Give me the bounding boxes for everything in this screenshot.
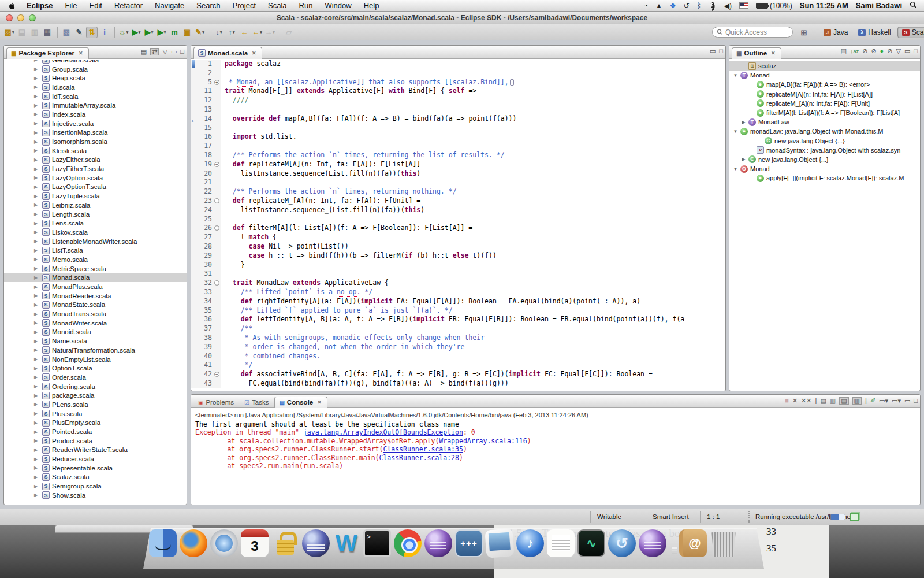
print-button[interactable]: ▦ bbox=[42, 27, 53, 38]
refresh-button[interactable]: ⇅ bbox=[86, 27, 98, 38]
tree-item-Ordering.scala[interactable]: ▶ S Ordering.scala bbox=[4, 382, 187, 391]
dock-calculator-icon[interactable]: +++ bbox=[455, 529, 483, 557]
tree-item-Plus.scala[interactable]: ▶ S Plus.scala bbox=[4, 409, 187, 418]
open-perspective-button[interactable]: ⊞ bbox=[798, 27, 810, 38]
code-line-15[interactable]: 15 bbox=[191, 124, 725, 133]
show-on-stderr-icon[interactable]: ▥ bbox=[830, 398, 836, 404]
disclosure-triangle-icon[interactable]: ▶ bbox=[34, 475, 40, 480]
tree-item-LazyTuple.scala[interactable]: ▶ S LazyTuple.scala bbox=[4, 191, 187, 201]
disclosure-triangle-icon[interactable]: ▶ bbox=[34, 284, 40, 290]
dock-eclipse-icon[interactable] bbox=[302, 529, 330, 557]
code-line-37[interactable]: 37 /** bbox=[191, 324, 725, 334]
folded-region-icon[interactable] bbox=[510, 79, 514, 86]
dock-itunes-icon[interactable]: ♪ bbox=[516, 529, 544, 557]
tree-item-ImmutableArray.scala[interactable]: ▶ S ImmutableArray.scala bbox=[4, 101, 187, 110]
menu-item-search[interactable]: Search bbox=[196, 1, 220, 10]
menu-bar-user[interactable]: Sami Badawi bbox=[856, 1, 902, 10]
disclosure-triangle-icon[interactable]: ▶ bbox=[34, 447, 40, 453]
code-line-2[interactable]: 2 bbox=[191, 69, 725, 78]
disclosure-triangle-icon[interactable]: ▶ bbox=[34, 60, 40, 62]
code-line-12[interactable]: 12 //// bbox=[191, 96, 725, 105]
outline-item[interactable]: ▶ Cnew java.lang.Object {...} bbox=[729, 155, 920, 164]
tree-item-Representable.scala[interactable]: ▶ S Representable.scala bbox=[4, 464, 187, 473]
display-console-icon[interactable]: ▭▾ bbox=[879, 398, 888, 404]
disclosure-triangle-icon[interactable]: ▶ bbox=[741, 120, 746, 125]
disclosure-triangle-icon[interactable]: ▶ bbox=[34, 411, 40, 416]
tree-item-Injective.scala[interactable]: ▶ S Injective.scala bbox=[4, 119, 187, 128]
disclosure-triangle-icon[interactable]: ▶ bbox=[34, 194, 40, 199]
maximize-icon[interactable]: □ bbox=[914, 398, 918, 404]
disclosure-triangle-icon[interactable]: ▶ bbox=[34, 275, 40, 280]
code-line-35[interactable]: 35 /** Lifted `f` applied to pure `a` is… bbox=[191, 306, 725, 316]
menu-item-navigate[interactable]: Navigate bbox=[155, 1, 184, 10]
collapse-all-icon[interactable]: ▤ bbox=[841, 48, 847, 54]
code-line-28[interactable]: 28 case Nil => point(List()) bbox=[191, 242, 725, 251]
disclosure-triangle-icon[interactable]: ▶ bbox=[34, 239, 40, 244]
mark-occurrences-button[interactable]: ✎ bbox=[73, 27, 85, 38]
disclosure-triangle-icon[interactable]: ▶ bbox=[34, 457, 40, 462]
code-line-32[interactable]: 32 − trait MonadLaw extends ApplicativeL… bbox=[191, 279, 725, 288]
close-icon[interactable]: ✕ bbox=[771, 50, 776, 56]
outline-item[interactable]: ●apply[F[_]](implicit F: scalaz.Monad[F]… bbox=[729, 173, 920, 183]
tab-tasks[interactable]: ☑ Tasks bbox=[240, 397, 274, 408]
collapse-all-icon[interactable]: ▤ bbox=[141, 49, 147, 55]
code-line-17[interactable]: 17 bbox=[191, 142, 725, 151]
tree-item-MonadState.scala[interactable]: ▶ S MonadState.scala bbox=[4, 301, 187, 310]
disclosure-triangle-icon[interactable]: ▶ bbox=[34, 130, 40, 135]
apple-icon[interactable] bbox=[8, 2, 16, 10]
tree-item-MetricSpace.scala[interactable]: ▶ S MetricSpace.scala bbox=[4, 264, 187, 273]
volume-icon[interactable]: ◀) bbox=[724, 2, 732, 9]
code-editor[interactable]: 1 package scalaz 2 5 + * Monad, an [[sca… bbox=[191, 60, 725, 391]
fold-collapse-icon[interactable]: − bbox=[214, 198, 219, 203]
code-line-19[interactable]: 19 − def replicateM[A](n: Int, fa: F[A])… bbox=[191, 160, 725, 169]
tree-item-MonadTrans.scala[interactable]: ▶ S MonadTrans.scala bbox=[4, 309, 187, 318]
disclosure-triangle-icon[interactable]: ▶ bbox=[34, 366, 40, 371]
disclosure-triangle-icon[interactable]: ▶ bbox=[34, 320, 40, 325]
disclosure-triangle-icon[interactable]: ▶ bbox=[34, 166, 40, 172]
run-button[interactable]: ▶▾ bbox=[131, 27, 142, 38]
menu-item-refactor[interactable]: Refactor bbox=[114, 1, 143, 10]
spotlight-icon[interactable] bbox=[910, 1, 917, 10]
outline-item[interactable]: Cnew java.lang.Object {...} bbox=[729, 136, 920, 146]
disclosure-triangle-icon[interactable]: ▶ bbox=[34, 84, 40, 90]
dropbox-icon[interactable]: ❖ bbox=[670, 2, 676, 9]
tree-item-Lens.scala[interactable]: ▶ S Lens.scala bbox=[4, 218, 187, 228]
dock-firefox-icon[interactable] bbox=[180, 529, 207, 557]
disclosure-triangle-icon[interactable]: ▶ bbox=[34, 429, 40, 435]
tree-item-MonadReader.scala[interactable]: ▶ S MonadReader.scala bbox=[4, 291, 187, 301]
tree-item-InsertionMap.scala[interactable]: ▶ S InsertionMap.scala bbox=[4, 128, 187, 138]
fold-collapse-icon[interactable]: − bbox=[214, 162, 219, 167]
dock-finder-icon[interactable] bbox=[149, 529, 177, 557]
disclosure-triangle-icon[interactable]: ▶ bbox=[34, 266, 40, 271]
disclosure-triangle-icon[interactable]: ▶ bbox=[741, 157, 746, 162]
disclosure-triangle-icon[interactable]: ▼ bbox=[733, 73, 738, 78]
code-line-14[interactable]: ▵ 14 override def map[A,B](fa: F[A])(f: … bbox=[191, 114, 725, 124]
open-element-button[interactable]: ▣ bbox=[181, 27, 193, 38]
disclosure-triangle-icon[interactable]: ▶ bbox=[34, 248, 40, 253]
tree-item-package.scala[interactable]: ▶ S package.scala bbox=[4, 391, 187, 400]
disclosure-triangle-icon[interactable]: ▶ bbox=[34, 112, 40, 117]
disclosure-triangle-icon[interactable]: ▶ bbox=[34, 139, 40, 144]
tree-item-Isomorphism.scala[interactable]: ▶ S Isomorphism.scala bbox=[4, 137, 187, 146]
outline-item[interactable]: ⊞scalaz bbox=[729, 61, 920, 71]
tree-item-Order.scala[interactable]: ▶ S Order.scala bbox=[4, 373, 187, 382]
stack-trace-link[interactable]: ClassRunner.scala:35 bbox=[383, 445, 463, 453]
code-line-39[interactable]: 39 * order is changed, not when the orde… bbox=[191, 343, 725, 352]
disclosure-triangle-icon[interactable]: ▶ bbox=[34, 293, 40, 298]
info-button[interactable]: i bbox=[99, 27, 110, 38]
maximize-icon[interactable]: □ bbox=[719, 48, 723, 54]
disclosure-triangle-icon[interactable]: ▶ bbox=[34, 438, 40, 443]
outline-item[interactable]: vmonadSyntax : java.lang.Object with sca… bbox=[729, 146, 920, 155]
dock-address-book-icon[interactable]: @ bbox=[679, 529, 707, 557]
code-line-36[interactable]: 36 def leftIdentity[A, B](a: A, f: A => … bbox=[191, 315, 725, 324]
link-with-editor-icon[interactable]: ⇄ bbox=[150, 48, 159, 55]
close-icon[interactable]: ✕ bbox=[79, 50, 83, 56]
code-line-34[interactable]: 34 def rightIdentity[A](a: F[A])(implici… bbox=[191, 297, 725, 306]
quick-access-input[interactable]: Quick Access bbox=[712, 27, 793, 38]
next-annotation-button[interactable]: ↓▾ bbox=[213, 27, 225, 38]
minimize-icon[interactable]: ▭ bbox=[904, 48, 910, 54]
stop-icon[interactable]: ■ bbox=[785, 398, 789, 404]
code-line-24[interactable]: 24 listInstance.sequence_(List.fill(n)(f… bbox=[191, 206, 725, 215]
code-line-31[interactable]: 31 bbox=[191, 269, 725, 279]
forward-button[interactable]: →▾ bbox=[264, 27, 275, 38]
